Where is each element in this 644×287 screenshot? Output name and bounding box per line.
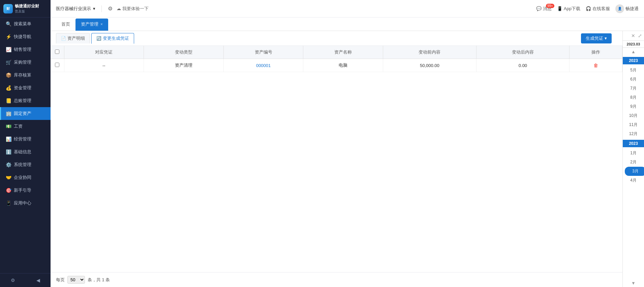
- calendar-month-item[interactable]: 12月: [623, 129, 644, 138]
- tab-asset-management-label: 资产管理: [81, 21, 98, 27]
- messages-badge: 99+: [546, 4, 554, 8]
- user-area[interactable]: 👤 畅捷通: [615, 4, 639, 13]
- tab-home-label: 首页: [61, 21, 70, 27]
- generate-voucher-dropdown-icon: ▾: [605, 36, 607, 41]
- calendar-month-item[interactable]: 10月: [623, 111, 644, 120]
- sidebar-item-fixed-assets[interactable]: 🏢固定资产: [0, 107, 51, 120]
- sub-tabs-row: 📄 资产明细 🔄 变更生成凭证 生成凭证 ▾: [51, 31, 622, 46]
- messages-icon: 💬: [536, 6, 542, 11]
- sidebar-item-sales[interactable]: 📈销售管理: [0, 43, 51, 56]
- sidebar-item-ledger[interactable]: 📒总账管理: [0, 94, 51, 107]
- sidebar-item-system[interactable]: ⚙️系统管理: [0, 158, 51, 171]
- sub-tab-change-voucher[interactable]: 🔄 变更生成凭证: [91, 33, 134, 44]
- sidebar-footer: ⚙ ◀: [0, 273, 51, 287]
- sidebar-scroll: 🔍搜索菜单⚡快捷导航📈销售管理🛒采购管理📦库存核算💰资金管理📒总账管理🏢固定资产…: [0, 18, 51, 273]
- calendar-month-item[interactable]: 4月: [623, 176, 644, 185]
- sidebar-item-app-center[interactable]: 📱应用中心: [0, 197, 51, 210]
- topbar: 医疗器械行业演示 ▾ ⚙ ☁ 我要体验一下 💬 消息 99+ 📱 App下载 🎧…: [51, 0, 644, 18]
- sidebar-item-guide[interactable]: 🎯新手引导: [0, 184, 51, 197]
- sidebar-icon-ledger: 📒: [6, 98, 11, 103]
- row-checkbox[interactable]: [55, 63, 59, 67]
- sidebar-icon-finance: 💰: [6, 85, 11, 91]
- calendar-next-btn[interactable]: ▼: [623, 279, 644, 287]
- collapse-footer-icon[interactable]: ◀: [34, 276, 43, 284]
- calendar-month-item[interactable]: 5月: [623, 66, 644, 75]
- calendar-months-container: 20235月6月7月8月9月10月11月12月20231月2月3月4月: [623, 56, 644, 279]
- topbar-right: 💬 消息 99+ 📱 App下载 🎧 在线客服 👤 畅捷通: [536, 4, 639, 13]
- messages-button[interactable]: 💬 消息 99+: [536, 6, 552, 12]
- sidebar-item-operations[interactable]: 📊经营管理: [0, 133, 51, 146]
- generate-voucher-button[interactable]: 生成凭证 ▾: [581, 33, 612, 43]
- app-download-label: App下载: [564, 6, 580, 12]
- sidebar-item-purchase[interactable]: 🛒采购管理: [0, 56, 51, 69]
- experience-label: 我要体验一下: [122, 6, 149, 12]
- header-voucher: 对应凭证: [64, 46, 144, 59]
- table-header: 对应凭证 变动类型 资产编号 资产名称 变动前内容 变动后内容 操作: [51, 46, 622, 59]
- sidebar-item-basic-info[interactable]: ℹ️基础信息: [0, 146, 51, 158]
- sidebar-item-quick-nav[interactable]: ⚡快捷导航: [0, 30, 51, 43]
- sidebar-label-basic-info: 基础信息: [14, 149, 31, 155]
- calendar-month-item[interactable]: 11月: [623, 120, 644, 129]
- nav-tabs: 首页 资产管理 ×: [51, 18, 644, 31]
- calendar-year-block-recent: 20231月2月3月4月: [623, 140, 644, 185]
- panel-close-icon[interactable]: ✕: [631, 32, 636, 39]
- sidebar-icon-guide: 🎯: [6, 188, 11, 193]
- sidebar-label-payroll: 工资: [14, 123, 23, 129]
- sidebar-title-group: 畅捷通好业财 普及版: [15, 3, 39, 14]
- sidebar-item-enterprise[interactable]: 🤝企业协同: [0, 171, 51, 184]
- calendar-month-item[interactable]: 2月: [623, 158, 644, 167]
- row-after-change: 0.00: [476, 59, 570, 72]
- user-avatar: 👤: [615, 4, 624, 13]
- select-all-checkbox[interactable]: [55, 50, 59, 54]
- row-delete-icon[interactable]: 🗑: [593, 63, 598, 68]
- experience-icon: ☁: [117, 6, 121, 11]
- pagination-bar: 每页 2050100 条，共 1 条: [51, 272, 622, 287]
- sidebar-header: 财 畅捷通好业财 普及版: [0, 0, 51, 18]
- app-download-button[interactable]: 📱 App下载: [557, 6, 580, 12]
- row-change-type: 资产清理: [144, 59, 224, 72]
- tab-close-icon[interactable]: ×: [100, 22, 103, 27]
- tab-home[interactable]: 首页: [56, 19, 75, 31]
- table-header-row: 对应凭证 变动类型 资产编号 资产名称 变动前内容 变动后内容 操作: [51, 46, 622, 59]
- sidebar-icon-purchase: 🛒: [6, 60, 11, 65]
- sub-tab-detail-label: 资产明细: [67, 35, 85, 41]
- app-logo-icon: 财: [3, 4, 13, 13]
- tab-asset-management[interactable]: 资产管理 ×: [75, 19, 108, 31]
- calendar-prev-icon: ▲: [631, 49, 636, 54]
- panel-expand-icon[interactable]: ⤢: [637, 32, 643, 39]
- sidebar-item-inventory[interactable]: 📦库存核算: [0, 69, 51, 82]
- sidebar-label-app-center: 应用中心: [14, 200, 31, 206]
- sub-tab-change-icon: 🔄: [96, 36, 101, 41]
- sidebar-label-guide: 新手引导: [14, 187, 31, 193]
- topbar-settings-icon[interactable]: ⚙: [108, 5, 113, 12]
- per-page-select[interactable]: 2050100: [67, 276, 85, 284]
- settings-footer-icon[interactable]: ⚙: [8, 276, 18, 284]
- company-selector[interactable]: 医疗器械行业演示 ▾: [56, 6, 95, 12]
- calendar-month-item[interactable]: 1月: [623, 149, 644, 158]
- per-page-label: 每页: [56, 277, 65, 283]
- calendar-prev-btn[interactable]: ▲: [623, 48, 644, 56]
- sidebar-icon-sales: 📈: [6, 47, 11, 52]
- header-checkbox-cell: [51, 46, 64, 59]
- row-checkbox-cell: [51, 59, 64, 72]
- sidebar-label-sales: 销售管理: [14, 46, 31, 53]
- sidebar-label-enterprise: 企业协同: [14, 174, 31, 181]
- sidebar-icon-quick-nav: ⚡: [6, 34, 11, 39]
- calendar-month-item[interactable]: 3月: [625, 167, 644, 176]
- calendar-month-item[interactable]: 7月: [623, 84, 644, 93]
- header-asset-name: 资产名称: [303, 46, 383, 59]
- experience-button[interactable]: ☁ 我要体验一下: [117, 6, 149, 12]
- sub-tab-asset-detail[interactable]: 📄 资产明细: [56, 33, 90, 43]
- sidebar-item-search[interactable]: 🔍搜索菜单: [0, 18, 51, 30]
- sidebar-icon-fixed-assets: 🏢: [6, 111, 11, 116]
- online-service-button[interactable]: 🎧 在线客服: [586, 6, 610, 12]
- calendar-month-item[interactable]: 9月: [623, 102, 644, 111]
- calendar-month-item[interactable]: 6月: [623, 75, 644, 84]
- row-asset-name: 电脑: [303, 59, 383, 72]
- sidebar-item-payroll[interactable]: 💵工资: [0, 120, 51, 133]
- calendar-month-item[interactable]: 8月: [623, 93, 644, 102]
- sidebar-label-finance: 资金管理: [14, 85, 31, 91]
- sidebar-item-finance[interactable]: 💰资金管理: [0, 82, 51, 94]
- header-action: 操作: [570, 46, 622, 59]
- table-container: 对应凭证 变动类型 资产编号 资产名称 变动前内容 变动后内容 操作 --: [51, 46, 622, 272]
